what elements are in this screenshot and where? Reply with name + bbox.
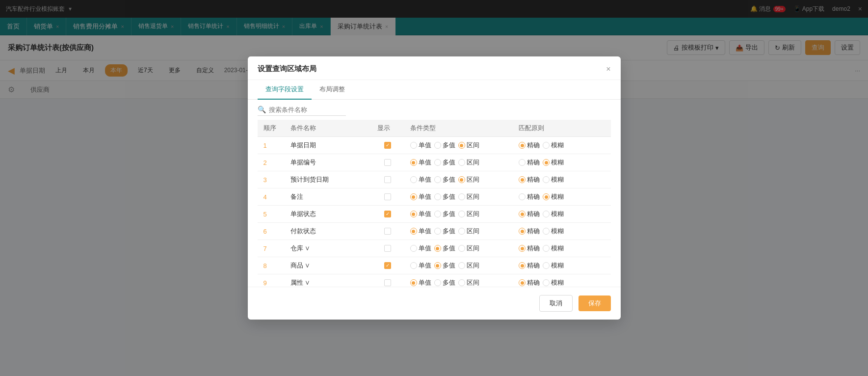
tab-field-settings[interactable]: 查询字段设置 (258, 80, 312, 99)
dialog: 设置查询区域布局 × 查询字段设置 布局调整 🔍 顺序 (248, 56, 621, 99)
dialog-close-button[interactable]: × (606, 65, 610, 74)
dialog-tabs: 查询字段设置 布局调整 (248, 80, 621, 99)
dialog-header: 设置查询区域布局 × (248, 56, 621, 80)
modal-overlay: 设置查询区域布局 × 查询字段设置 布局调整 🔍 顺序 (0, 0, 868, 99)
dialog-title: 设置查询区域布局 (258, 64, 316, 74)
tab-layout-adjust[interactable]: 布局调整 (312, 80, 353, 99)
